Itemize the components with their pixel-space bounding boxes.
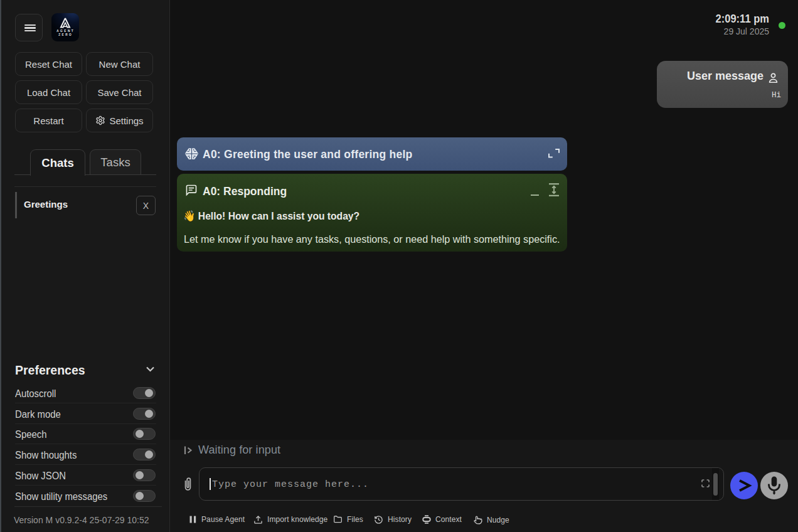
svg-text:ZERO: ZERO (58, 33, 73, 36)
svg-text:AGENT: AGENT (56, 29, 75, 33)
